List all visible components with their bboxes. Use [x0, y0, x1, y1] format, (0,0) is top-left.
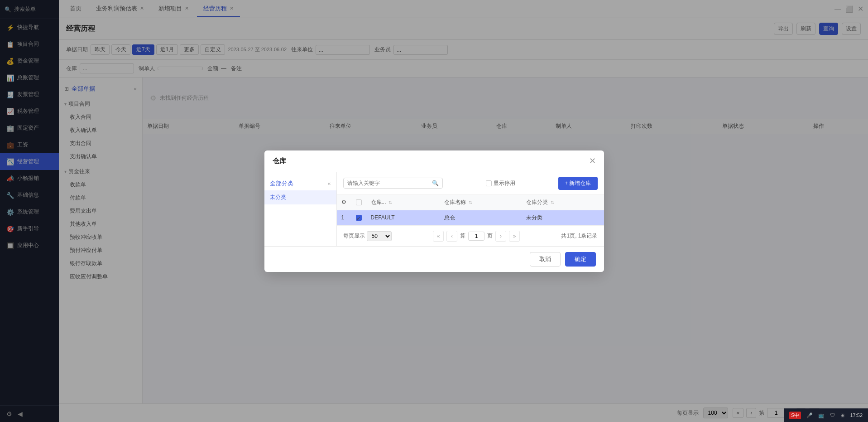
modal-total-label: 共1页, 1条记录 [561, 232, 597, 240]
th-code: 仓库... ⇅ [366, 195, 440, 210]
add-warehouse-button[interactable]: + 新增仓库 [558, 177, 597, 190]
modal-close-btn[interactable]: ✕ [589, 157, 596, 165]
modal-footer: 每页显示 50 20 100 « ‹ 算 页 › [337, 226, 604, 246]
taskbar: S中 🎤 📺 🛡 ⊞ 17:52 [784, 408, 868, 422]
modal-page-label2: 页 [487, 232, 493, 240]
taskbar-shield-icon[interactable]: 🛡 [830, 412, 835, 418]
show-disabled-label: 显示停用 [494, 179, 515, 187]
th-name: 仓库名称 ⇅ [440, 195, 522, 210]
modal-table-body: 1 ✓ DEFAULT 总仓 未分类 [337, 210, 604, 225]
modal-table-header: ⚙ 仓库... ⇅ 仓库名称 ⇅ 仓库分类 ⇅ [337, 195, 604, 210]
settings-col-icon: ⚙ [341, 199, 346, 205]
taskbar-grid-icon[interactable]: ⊞ [840, 412, 844, 418]
modal-search-input[interactable] [347, 180, 429, 186]
modal-table-wrap: ⚙ 仓库... ⇅ 仓库名称 ⇅ 仓库分类 ⇅ 1 ✓ DEFAULT 总仓 未… [337, 195, 604, 226]
modal-left-panel: 全部分类 « 未分类 [264, 172, 337, 246]
row-checkbox[interactable]: ✓ [351, 210, 366, 225]
row-code: DEFAULT [366, 210, 440, 225]
select-all-cb[interactable] [356, 199, 362, 205]
modal-toolbar: 🔍 显示停用 + 新增仓库 [337, 172, 604, 195]
modal-category-未分类[interactable]: 未分类 [264, 190, 336, 204]
modal-first-btn[interactable]: « [433, 231, 444, 242]
modal-per-page-label: 每页显示 [343, 232, 365, 240]
row-num: 1 [337, 210, 351, 225]
modal-page-input[interactable] [468, 232, 484, 241]
show-disabled-cb[interactable] [486, 180, 492, 186]
modal-right-panel: 🔍 显示停用 + 新增仓库 ⚙ [337, 172, 604, 246]
modal-cancel-button[interactable]: 取消 [530, 252, 561, 267]
warehouse-modal: 仓库 ✕ 全部分类 « 未分类 🔍 [264, 150, 604, 272]
modal-pagination: « ‹ 算 页 › » [433, 231, 520, 242]
modal-warehouse-table: ⚙ 仓库... ⇅ 仓库名称 ⇅ 仓库分类 ⇅ 1 ✓ DEFAULT 总仓 未… [337, 195, 604, 226]
th-checkbox [351, 195, 366, 210]
th-settings: ⚙ [337, 195, 351, 210]
modal-search-icon: 🔍 [432, 180, 439, 186]
row-cb[interactable]: ✓ [356, 215, 362, 221]
modal-next-btn[interactable]: › [495, 231, 506, 242]
modal-last-btn[interactable]: » [509, 231, 520, 242]
modal-category-items: 未分类 [264, 190, 336, 204]
modal-all-category-label: 全部分类 [270, 179, 293, 188]
modal-per-page: 每页显示 50 20 100 [343, 231, 392, 241]
row-category: 未分类 [522, 210, 604, 225]
modal-page-label: 算 [460, 232, 465, 240]
modal-all-category[interactable]: 全部分类 « [264, 177, 336, 190]
modal-search-box[interactable]: 🔍 [343, 178, 443, 189]
show-disabled-checkbox[interactable]: 显示停用 [486, 179, 515, 187]
taskbar-mic-icon[interactable]: 🎤 [806, 412, 813, 418]
taskbar-s-icon[interactable]: S中 [789, 412, 801, 419]
modal-collapse-btn[interactable]: « [328, 180, 331, 187]
modal-per-page-select[interactable]: 50 20 100 [367, 231, 392, 241]
taskbar-time: 17:52 [850, 412, 863, 418]
taskbar-screen-icon[interactable]: 📺 [818, 412, 825, 418]
modal-header: 仓库 ✕ [264, 150, 604, 172]
modal-confirm-button[interactable]: 确定 [565, 252, 596, 267]
th-category: 仓库分类 ⇅ [522, 195, 604, 210]
modal-body: 全部分类 « 未分类 🔍 显示停用 + 新增仓库 [264, 172, 604, 246]
modal-overlay: 仓库 ✕ 全部分类 « 未分类 🔍 [0, 0, 868, 422]
table-row[interactable]: 1 ✓ DEFAULT 总仓 未分类 [337, 210, 604, 225]
modal-actions: 取消 确定 [264, 246, 604, 272]
modal-prev-btn[interactable]: ‹ [446, 231, 457, 242]
row-name: 总仓 [440, 210, 522, 225]
modal-title: 仓库 [273, 157, 286, 165]
